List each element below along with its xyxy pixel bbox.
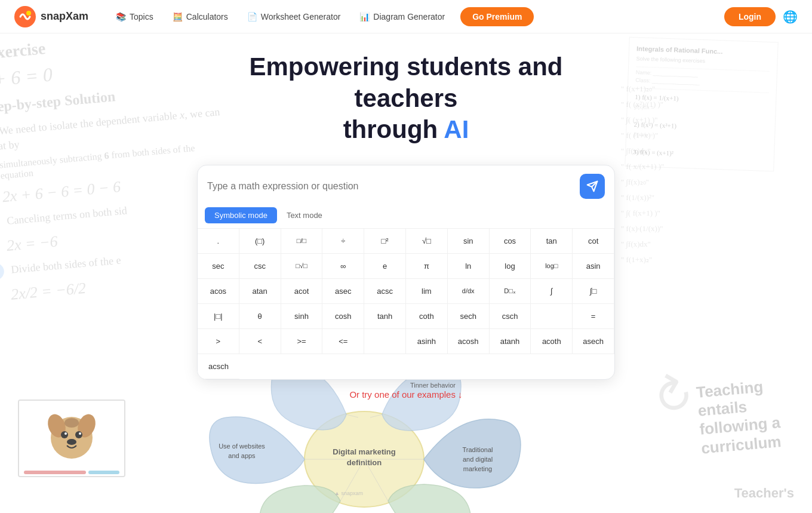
worksheet-paper-title: Integrals of Rational Func... (636, 45, 770, 57)
search-box: Symbolic mode Text mode . (□) □/□ ÷ □² √… (197, 165, 615, 380)
svg-text:definition: definition (347, 458, 382, 467)
math-btn-csc[interactable]: csc (239, 254, 281, 279)
svg-line-25 (364, 459, 388, 501)
headline-part1: Empowering students and teachers (249, 53, 562, 112)
svg-point-9 (67, 439, 76, 445)
math-btn-acsc[interactable]: acsc (364, 279, 406, 304)
math-btn-lim[interactable]: lim (406, 279, 448, 304)
svg-text:and apps: and apps (228, 452, 256, 459)
math-btn-asec[interactable]: asec (322, 279, 364, 304)
math-btn-lte[interactable]: <= (322, 329, 364, 354)
login-button[interactable]: Login (724, 7, 776, 26)
math-btn-asinh[interactable]: asinh (406, 329, 448, 354)
math-btn-sin[interactable]: sin (448, 229, 490, 254)
svg-point-1 (26, 11, 31, 16)
math-btn-nthroot[interactable]: □√□ (281, 254, 323, 279)
math-btn-lt[interactable]: < (239, 329, 281, 354)
math-btn-e[interactable]: e (364, 254, 406, 279)
math-btn-tanh[interactable]: tanh (364, 304, 406, 329)
search-input[interactable] (207, 181, 580, 192)
teachers-text: Teacher's (734, 486, 794, 501)
math-btn-acosh[interactable]: acosh (448, 329, 490, 354)
math-btn-cot[interactable]: cot (573, 229, 614, 254)
headline-ai: AI (444, 115, 469, 143)
math-btn-acos[interactable]: acos (198, 279, 239, 304)
topics-icon: 📚 (116, 12, 126, 21)
mode-tabs: Symbolic mode Text mode (198, 207, 614, 228)
dog-worksheet (18, 400, 125, 477)
svg-text:and digital: and digital (463, 456, 493, 463)
math-btn-sinh[interactable]: sinh (281, 304, 323, 329)
math-btn-acot[interactable]: acot (281, 279, 323, 304)
svg-text:Traditional: Traditional (463, 446, 493, 453)
nav-item-worksheet[interactable]: 📄 Worksheet Generator (239, 7, 349, 26)
math-btn-sech[interactable]: sech (448, 304, 490, 329)
math-btn-sqrt[interactable]: √□ (406, 229, 448, 254)
math-btn-logn[interactable]: log□ (531, 254, 573, 279)
svg-text:Use of websites: Use of websites (219, 443, 265, 450)
send-button[interactable] (580, 174, 605, 199)
teachers-label: Teacher's (734, 486, 794, 501)
math-btn-sec[interactable]: sec (198, 254, 239, 279)
nav-item-topics[interactable]: 📚 Topics (107, 7, 162, 26)
nav-item-calculators[interactable]: 🧮 Calculators (164, 7, 236, 26)
math-btn-eq[interactable]: = (573, 304, 614, 329)
svg-line-26 (346, 414, 358, 417)
nav-links: 📚 Topics 🧮 Calculators 📄 Worksheet Gener… (107, 7, 724, 26)
math-btn-paren[interactable]: (□) (239, 229, 281, 254)
math-btn-abs[interactable]: |□| (198, 304, 239, 329)
hero-section: Empowering students and teachers through… (197, 51, 615, 400)
worksheet-icon: 📄 (247, 12, 257, 21)
svg-text:▲ snapxam: ▲ snapxam (334, 490, 363, 496)
svg-point-6 (75, 431, 82, 438)
math-btn-dot[interactable]: . (198, 229, 239, 254)
math-btn-frac[interactable]: □/□ (281, 229, 323, 254)
svg-point-8 (79, 432, 81, 435)
logo-text: snapXam (41, 10, 88, 23)
math-btn-acsch[interactable]: acsch (198, 354, 239, 379)
math-keyboard: . (□) □/□ ÷ □² √□ sin cos tan cot sec cs… (198, 228, 614, 379)
math-btn-asech[interactable]: asech (573, 329, 614, 354)
math-btn-defint[interactable]: ∫□ (573, 279, 614, 304)
examples-link[interactable]: Or try one of our examples ↓ (197, 389, 615, 400)
teaching-text: Teaching entails following a curriculum (696, 374, 809, 458)
math-btn-sq[interactable]: □² (364, 229, 406, 254)
math-btn-pi[interactable]: π (406, 254, 448, 279)
nav-label-topics: Topics (130, 12, 153, 21)
nav-item-diagram[interactable]: 📊 Diagram Generator (351, 7, 453, 26)
nav-label-worksheet: Worksheet Generator (261, 12, 341, 21)
nav-right: Login 🌐 (724, 7, 798, 26)
math-btn-cosh[interactable]: cosh (322, 304, 364, 329)
math-btn-empty2 (364, 329, 406, 354)
tab-text[interactable]: Text mode (277, 207, 332, 223)
math-btn-atan[interactable]: atan (239, 279, 281, 304)
nav-label-diagram: Diagram Generator (373, 12, 445, 21)
math-btn-tan[interactable]: tan (531, 229, 573, 254)
math-btn-gt[interactable]: > (198, 329, 239, 354)
math-btn-coth[interactable]: coth (406, 304, 448, 329)
math-btn-ln[interactable]: ln (448, 254, 490, 279)
logo[interactable]: snapXam (14, 6, 88, 27)
math-btn-log[interactable]: log (490, 254, 531, 279)
language-button[interactable]: 🌐 (783, 10, 798, 24)
nav-label-calculators: Calculators (186, 12, 228, 21)
math-btn-theta[interactable]: θ (239, 304, 281, 329)
math-btn-csch[interactable]: csch (490, 304, 531, 329)
math-btn-inf[interactable]: ∞ (322, 254, 364, 279)
dog-image (19, 401, 124, 468)
math-btn-Dx[interactable]: D□ₓ (490, 279, 531, 304)
math-btn-atanh[interactable]: atanh (490, 329, 531, 354)
premium-button[interactable]: Go Premium (460, 7, 534, 26)
math-btn-int[interactable]: ∫ (531, 279, 573, 304)
math-btn-asin[interactable]: asin (573, 254, 614, 279)
exercise-title: Exercise (0, 39, 46, 63)
calculators-icon: 🧮 (173, 12, 183, 21)
math-btn-div[interactable]: ÷ (322, 229, 364, 254)
math-btn-acoth[interactable]: acoth (531, 329, 573, 354)
math-btn-ddx[interactable]: d/dx (448, 279, 490, 304)
worksheet-paper-sub: Solve the following exercises (636, 56, 770, 66)
tab-symbolic[interactable]: Symbolic mode (205, 207, 277, 223)
math-btn-gte[interactable]: >= (281, 329, 323, 354)
teaching-label: Teaching entails following a curriculum (696, 374, 809, 458)
math-btn-cos[interactable]: cos (490, 229, 531, 254)
